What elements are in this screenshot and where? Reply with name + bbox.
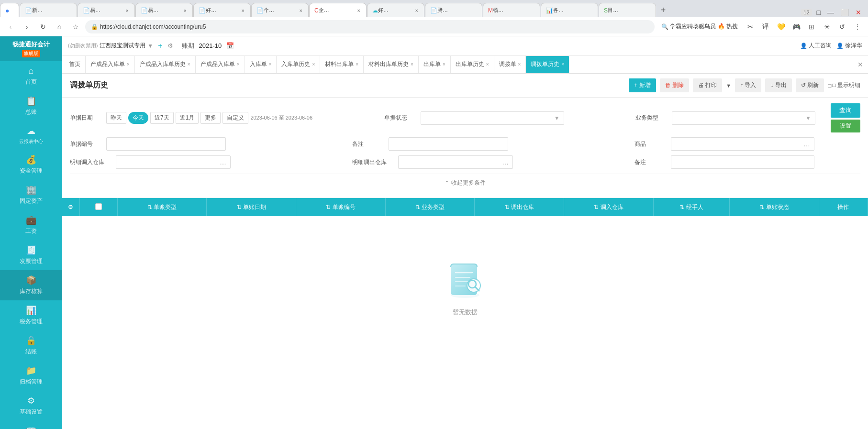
user-button[interactable]: 👤 徐泽华	[836, 42, 862, 50]
refresh-button[interactable]: ↺ 刷新	[796, 78, 824, 92]
table-col-doc-date[interactable]: ⇅ 单账日期	[207, 198, 296, 216]
extensions-icon[interactable]: ✂	[744, 20, 757, 33]
bookmark-button[interactable]: ☆	[69, 20, 82, 33]
goods-dots-icon[interactable]: …	[803, 140, 810, 148]
settings-button[interactable]: 设置	[831, 120, 860, 132]
sidebar-item-assets[interactable]: 🏢 固定资产	[0, 180, 62, 210]
sidebar-item-wages[interactable]: 💼 工资	[0, 210, 62, 240]
wallet-icon[interactable]: 💛	[774, 20, 788, 33]
collapse-button[interactable]: ⌃ 收起更多条件	[441, 177, 490, 189]
browser-tab-9[interactable]: 📄 腾…	[425, 3, 482, 17]
tab-count-badge[interactable]: 12	[801, 9, 812, 16]
sidebar-item-settings[interactable]: ⚙ 基础设置	[0, 391, 62, 421]
date-btn-7days[interactable]: 近7天	[150, 112, 174, 124]
browser-tab-7[interactable]: C 企… ×	[309, 3, 367, 17]
browser-tab-4[interactable]: 📄 易… ×	[135, 3, 193, 17]
table-col-biz-type[interactable]: ⇅ 业务类型	[385, 198, 475, 216]
undo-icon[interactable]: ↺	[835, 20, 849, 33]
grid-icon[interactable]: ⊞	[805, 20, 818, 33]
tab-close-3[interactable]: ×	[125, 7, 130, 14]
browser-tab-12[interactable]: S 目…	[599, 3, 656, 17]
query-button[interactable]: 查询	[831, 103, 860, 118]
browser-tab-10[interactable]: M 畅…	[483, 3, 540, 17]
remark-input[interactable]	[389, 137, 508, 151]
sidebar-item-home[interactable]: ⌂ 首页	[0, 61, 62, 91]
import-button[interactable]: ↑ 导入	[735, 78, 761, 92]
date-btn-yesterday[interactable]: 昨天	[106, 112, 126, 124]
doc-num-input[interactable]	[106, 137, 226, 151]
page-tab-transfer-history[interactable]: 调拨单历史 ×	[526, 56, 569, 73]
page-tab-close[interactable]: ×	[518, 62, 521, 67]
browser-tab-1[interactable]: ●	[0, 3, 19, 17]
translate-icon[interactable]: 译	[759, 20, 772, 33]
browser-tab-11[interactable]: 📊 各…	[541, 3, 598, 17]
search-bar[interactable]: 🔍 学霸应聘场驱鸟员 🔥 热搜	[657, 21, 742, 33]
add-button[interactable]: + 新增	[629, 78, 656, 92]
page-tab-close[interactable]: ×	[561, 62, 564, 67]
maximize-icon[interactable]: ⬜	[839, 8, 851, 17]
close-all-tabs-icon[interactable]: ✕	[857, 61, 863, 68]
table-col-in-warehouse[interactable]: ⇅ 调入仓库	[564, 198, 654, 216]
sidebar-item-archive[interactable]: 📁 归档管理	[0, 361, 62, 391]
detail-out-select[interactable]: …	[398, 155, 513, 169]
detail-out-dots-icon[interactable]: …	[502, 158, 509, 166]
address-bar[interactable]: 🔒 https://cloud.chanjet.com/accounting/u…	[85, 20, 655, 33]
page-tab-close[interactable]: ×	[188, 62, 190, 67]
tab-close-4[interactable]: ×	[183, 7, 188, 14]
table-col-doc-type[interactable]: ⇅ 单账类型	[117, 198, 207, 216]
sidebar-item-tax[interactable]: 📊 税务管理	[0, 300, 62, 330]
remark2-select[interactable]	[671, 155, 814, 169]
page-tab-close[interactable]: ×	[237, 62, 240, 67]
select-all-checkbox[interactable]	[95, 203, 102, 210]
add-company-btn[interactable]: +	[158, 42, 162, 50]
page-tab-outstock-history[interactable]: 出库单历史 ×	[451, 56, 494, 73]
delete-button[interactable]: 🗑 删除	[660, 78, 689, 92]
sidebar-item-reports[interactable]: ☁ 云报表中心	[0, 121, 62, 150]
detail-in-dots-icon[interactable]: …	[220, 158, 226, 166]
browser-tab-5[interactable]: 📄 好… ×	[193, 3, 251, 17]
table-col-handler[interactable]: ⇅ 经手人	[653, 198, 729, 216]
company-selector[interactable]: (勿删勿禁用) 江西服宝测试专用 ▼	[68, 42, 153, 50]
table-col-doc-num[interactable]: ⇅ 单账编号	[296, 198, 386, 216]
page-tab-chanpin-instock-history[interactable]: 产成品入库单历史 ×	[135, 56, 196, 73]
page-tab-instock-history[interactable]: 入库单历史 ×	[277, 56, 320, 73]
tab-close-6[interactable]: ×	[299, 7, 303, 14]
page-tab-close[interactable]: ×	[356, 62, 358, 67]
page-tab-outstock[interactable]: 出库单 ×	[419, 56, 451, 73]
page-tab-instock[interactable]: 入库单 ×	[245, 56, 277, 73]
sidebar-item-inventory[interactable]: 📦 库存核算	[0, 270, 62, 300]
back-button[interactable]: ‹	[4, 20, 17, 33]
forward-button[interactable]: ›	[20, 20, 33, 33]
page-tab-close[interactable]: ×	[127, 62, 130, 67]
tab-close-7[interactable]: ×	[356, 7, 361, 14]
consultant-button[interactable]: 👤 人工咨询	[800, 42, 832, 50]
table-gear-column[interactable]: ⚙	[62, 198, 79, 216]
minimize-icon[interactable]: —	[825, 8, 836, 17]
refresh-button[interactable]: ↻	[36, 20, 50, 33]
date-btn-1month[interactable]: 近1月	[176, 112, 199, 124]
page-tab-close[interactable]: ×	[411, 62, 413, 67]
print-button[interactable]: 🖨 打印	[693, 78, 722, 92]
print-dropdown-icon[interactable]: ▼	[726, 83, 731, 88]
export-button[interactable]: ↓ 导出	[765, 78, 791, 92]
close-window-icon[interactable]: ✕	[854, 8, 863, 17]
browser-tab-6[interactable]: 📄 个… ×	[251, 3, 309, 17]
sidebar-item-invoices[interactable]: 🧾 发票管理	[0, 240, 62, 270]
new-tab-button[interactable]: +	[657, 3, 670, 17]
home-button[interactable]: ⌂	[53, 20, 66, 33]
page-tab-close[interactable]: ×	[269, 62, 272, 67]
page-tab-material-outstock-history[interactable]: 材料出库单历史 ×	[364, 56, 419, 73]
sidebar-item-funds[interactable]: 💰 资金管理	[0, 150, 62, 180]
game-icon[interactable]: 🎮	[790, 20, 803, 33]
tab-close-5[interactable]: ×	[241, 7, 245, 14]
detail-in-select[interactable]: …	[116, 155, 231, 169]
tab-close-8[interactable]: ×	[414, 7, 419, 14]
browser-tab-2[interactable]: 📄 新…	[20, 3, 77, 17]
sidebar-item-ledger[interactable]: 📋 总账	[0, 91, 62, 121]
page-tab-home[interactable]: 首页	[64, 56, 86, 73]
sidebar-item-guide[interactable]: 📖 新手引导	[0, 421, 62, 429]
restore-window-icon[interactable]: □	[815, 8, 823, 17]
table-checkbox-column[interactable]	[79, 198, 117, 216]
page-tab-close[interactable]: ×	[312, 62, 315, 67]
page-tab-chanpin-instock2[interactable]: 产成品入库单 ×	[196, 56, 245, 73]
